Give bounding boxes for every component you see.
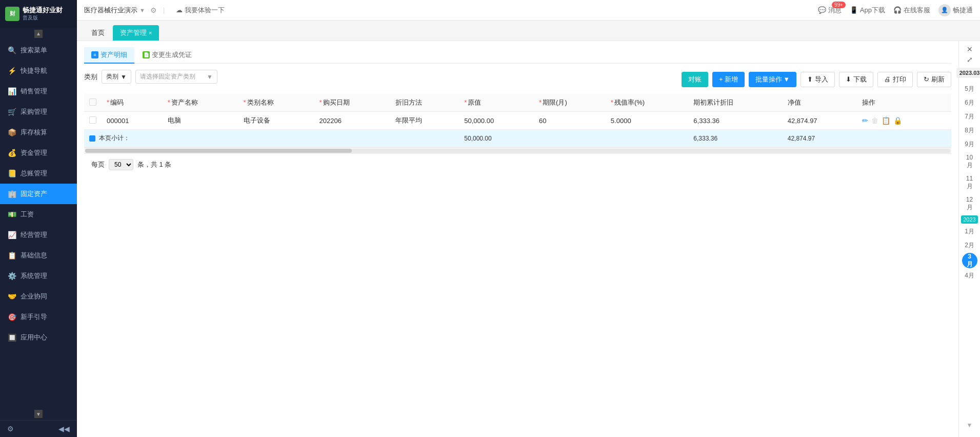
app-download-btn[interactable]: 📱 App下载: [850, 6, 885, 15]
sidebar-item-app-center[interactable]: 🔲 应用中心: [0, 327, 77, 348]
delete-btn[interactable]: 🗑: [871, 116, 878, 125]
search-icon: 🔍: [7, 46, 16, 55]
select-all-checkbox[interactable]: [89, 98, 96, 106]
sidebar-label-search: 搜索菜单: [21, 46, 47, 55]
col-original-value: *原值: [459, 94, 534, 112]
new-label: + 新增: [719, 75, 738, 84]
sidebar-item-basic-info[interactable]: 📋 基础信息: [0, 245, 77, 266]
experience-icon: ☁: [176, 6, 183, 14]
panel-month-12[interactable]: 12月: [961, 194, 979, 214]
sidebar-item-quick-nav[interactable]: ⚡ 快捷导航: [0, 61, 77, 81]
panel-year[interactable]: 2023.03: [956, 68, 980, 78]
company-settings-icon[interactable]: ⚙: [150, 6, 157, 14]
user-menu-btn[interactable]: 👤 畅捷通: [938, 4, 973, 16]
sidebar-item-salary[interactable]: 💵 工资: [0, 204, 77, 225]
tab-home[interactable]: 首页: [84, 25, 112, 41]
panel-month-4[interactable]: 4月: [961, 269, 979, 282]
company-selector[interactable]: 医疗器械行业演示 ▼: [84, 6, 145, 15]
tab-asset-management[interactable]: 资产管理 ×: [113, 25, 159, 41]
right-panel: ✕ ⤢ 2023.03 5月 6月 7月 8月 9月 10月 11月: [958, 41, 980, 437]
import-button[interactable]: ⬆ 导入: [801, 72, 835, 87]
sidebar-item-fixed-assets[interactable]: 🏢 固定资产: [0, 184, 77, 204]
row-checkbox[interactable]: [89, 116, 96, 124]
panel-year-badge[interactable]: 2023: [961, 215, 977, 224]
panel-expand-icon[interactable]: ⤢: [967, 55, 973, 64]
download-button[interactable]: ⬇ 下载: [839, 72, 873, 87]
sidebar-item-inventory[interactable]: 📦 库存核算: [0, 122, 77, 143]
refresh-button[interactable]: ↻ 刷新: [917, 72, 951, 87]
print-button[interactable]: 🖨 打印: [877, 72, 913, 87]
sub-tabs: ≡ 资产明细 📄 变更生成凭证: [84, 47, 951, 64]
sidebar-scroll-up[interactable]: ▲: [34, 30, 43, 38]
panel-scroll-down[interactable]: ▼: [967, 417, 973, 433]
panel-month-6[interactable]: 6月: [961, 96, 979, 109]
panel-month-1[interactable]: 1月: [961, 225, 979, 238]
panel-month-10[interactable]: 10月: [961, 152, 979, 172]
sidebar-menu: 🔍 搜索菜单 ⚡ 快捷导航 📊 销售管理 🛒 采购管理 📦 库存核算 💰 资金管…: [0, 40, 77, 408]
action-buttons: ✏ 🗑 📋 🔒: [862, 116, 946, 125]
reconcile-button[interactable]: 对账: [682, 72, 708, 87]
row-purchase-date: 202206: [314, 112, 390, 130]
sub-tab-change-voucher[interactable]: 📄 变更生成凭证: [135, 47, 199, 64]
settings-icon[interactable]: ⚙: [7, 425, 14, 433]
sidebar-item-search[interactable]: 🔍 搜索菜单: [0, 40, 77, 61]
copy-btn[interactable]: 📋: [882, 116, 890, 125]
panel-month-9[interactable]: 9月: [961, 138, 979, 151]
sidebar-item-capital[interactable]: 💰 资金管理: [0, 143, 77, 163]
category-select[interactable]: 请选择固定资产类别 ▼: [135, 70, 217, 84]
messages-btn[interactable]: 💬 消息 99+: [818, 6, 842, 15]
guide-icon: 🎯: [7, 312, 16, 322]
toolbar: 类别 类别 ▼ 请选择固定资产类别 ▼ 对账 + 新增: [84, 70, 951, 89]
experience-label: 我要体验一下: [185, 6, 225, 15]
sidebar-item-sales[interactable]: 📊 销售管理: [0, 81, 77, 102]
sidebar-label-operations: 经营管理: [21, 230, 47, 240]
sidebar-scroll-down[interactable]: ▼: [34, 410, 43, 418]
category-type-select[interactable]: 类别 ▼: [102, 70, 131, 84]
new-button[interactable]: + 新增: [712, 72, 745, 87]
row-actions: ✏ 🗑 📋 🔒: [857, 112, 951, 130]
sidebar-bottom: ⚙ ◀◀: [0, 420, 77, 437]
sidebar-label-fixed-assets: 固定资产: [21, 189, 47, 198]
customer-service-btn[interactable]: 🎧 在线客服: [893, 6, 930, 15]
per-page-label: 每页: [91, 160, 105, 169]
sidebar-item-system[interactable]: ⚙️ 系统管理: [0, 266, 77, 286]
sidebar-item-operations[interactable]: 📈 经营管理: [0, 225, 77, 245]
panel-month-2[interactable]: 2月: [961, 239, 979, 252]
row-residual-rate: 5.0000: [606, 112, 688, 130]
sidebar-item-ledger[interactable]: 📒 总账管理: [0, 163, 77, 184]
panel-close-icon[interactable]: ✕: [967, 45, 973, 53]
sidebar-label-capital: 资金管理: [21, 148, 47, 157]
asset-detail-tab-icon: ≡: [91, 51, 98, 58]
row-code: 000001: [102, 112, 163, 130]
import-icon: ⬆: [807, 75, 813, 83]
experience-btn[interactable]: ☁ 我要体验一下: [176, 6, 225, 15]
per-page-select[interactable]: 50: [109, 159, 133, 170]
edit-btn[interactable]: ✏: [862, 116, 868, 125]
sidebar-item-guide[interactable]: 🎯 新手引导: [0, 307, 77, 327]
subtotal-row: 本页小计： 50,000.00 6,333.36 42,874.97: [84, 130, 951, 147]
table-header-row: *编码 *资产名称 *类别名称 *购买日期 折旧方法 *原值 *期限(月) *残…: [84, 94, 951, 112]
panel-month-11[interactable]: 11月: [961, 173, 979, 193]
row-depreciation-method: 年限平均: [390, 112, 459, 130]
col-category: *类别名称: [238, 94, 314, 112]
app-center-icon: 🔲: [7, 333, 16, 342]
sub-tab-asset-detail[interactable]: ≡ 资产明细: [84, 47, 134, 64]
sidebar-item-enterprise[interactable]: 🤝 企业协同: [0, 286, 77, 307]
sidebar-label-system: 系统管理: [21, 271, 47, 281]
category-type-label: 类别: [106, 72, 118, 81]
fixed-assets-icon: 🏢: [7, 189, 16, 198]
sidebar-item-purchase[interactable]: 🛒 采购管理: [0, 102, 77, 122]
panel-month-8[interactable]: 8月: [961, 124, 979, 137]
panel-month-5[interactable]: 5月: [961, 83, 979, 95]
reconcile-label: 对账: [688, 75, 702, 84]
panel-month-7[interactable]: 7月: [961, 110, 979, 123]
collapse-icon[interactable]: ◀◀: [58, 425, 70, 433]
col-purchase-date: *购买日期: [314, 94, 390, 112]
batch-ops-button[interactable]: 批量操作 ▼: [749, 72, 796, 87]
tab-close-icon[interactable]: ×: [149, 30, 152, 36]
lock-btn[interactable]: 🔒: [893, 116, 902, 125]
col-depreciation-method: 折旧方法: [390, 94, 459, 112]
panel-month-3-active[interactable]: 3月: [962, 253, 977, 268]
horizontal-scrollbar[interactable]: [84, 147, 951, 153]
col-period: *期限(月): [534, 94, 606, 112]
